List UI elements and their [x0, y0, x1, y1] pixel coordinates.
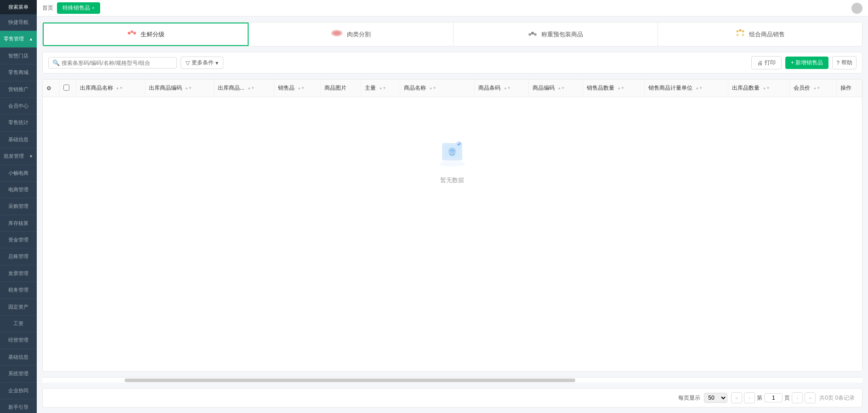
col-checkbox[interactable] [59, 80, 76, 97]
fresh-grade-icon [127, 28, 137, 40]
sidebar-item-inventory[interactable]: 库存核算 [0, 215, 37, 232]
cat-tab-meat-cut[interactable]: 肉类分割 [249, 23, 453, 46]
sidebar-item-marketing[interactable]: 营销推广 [0, 81, 37, 98]
help-icon: ? [836, 60, 840, 66]
help-button[interactable]: ? 帮助 [832, 56, 857, 69]
svg-point-15 [439, 161, 465, 166]
table-header-row: ⚙ 出库商品名称 ▲▼ 出库商品编码 ▲▼ [43, 80, 862, 97]
col-settings[interactable]: ⚙ [43, 80, 59, 97]
col-member-price[interactable]: 会员价 ▲▼ [790, 80, 836, 97]
cat-tab-weigh-pack[interactable]: 称重预包装商品 [454, 23, 658, 46]
filter-button[interactable]: ▽ 更多条件 ▾ [181, 57, 223, 69]
category-tabs: 生鲜分级 肉类分割 [42, 22, 862, 46]
sidebar-item-member[interactable]: 会员中心 [0, 98, 37, 115]
search-box[interactable]: 🔍 [48, 57, 177, 69]
horizontal-scrollbar[interactable] [42, 377, 862, 383]
col-out-product-name[interactable]: 出库商品名称 ▲▼ [76, 80, 145, 97]
sort-icon: ▲▼ [813, 86, 820, 90]
combo-icon [735, 28, 745, 40]
col-sale-qty[interactable]: 销售品数量 ▲▼ [583, 80, 644, 97]
sidebar-item-tax[interactable]: 税务管理 [0, 282, 37, 298]
pagination: 每页显示 50 10 20 100 « ‹ 第 页 › » 共0页 0条记录 [42, 388, 862, 407]
sidebar-item-finance[interactable]: 资金管理 [0, 232, 37, 248]
print-icon: 🖨 [757, 60, 763, 66]
sidebar-item-batch-mgmt[interactable]: 批发管理 ▼ [0, 148, 37, 165]
svg-point-1 [130, 30, 133, 33]
search-icon: 🔍 [52, 59, 60, 66]
sidebar-item-ops-mgmt[interactable]: 经营管理 [0, 332, 37, 349]
col-product-image[interactable]: 商品图片 [321, 80, 361, 97]
col-sale-product[interactable]: 销售品 ▲▼ [274, 80, 320, 97]
sort-icon: ▲▼ [247, 86, 255, 90]
home-breadcrumb[interactable]: 首页 [42, 4, 53, 12]
sidebar-logo[interactable]: 搜索菜单 [0, 0, 37, 14]
svg-point-0 [128, 32, 130, 34]
sidebar-item-sys-mgmt[interactable]: 系统管理 [0, 366, 37, 382]
sidebar-item-fixed-assets[interactable]: 固定资产 [0, 299, 37, 315]
per-page-select[interactable]: 50 10 20 100 [704, 393, 727, 403]
svg-point-10 [736, 30, 738, 33]
sort-icon: ▲▼ [504, 86, 511, 90]
svg-point-12 [742, 30, 744, 33]
prev-page-button[interactable]: ‹ [744, 392, 755, 403]
sidebar-item-wages[interactable]: 工资 [0, 315, 37, 332]
pagination-nav: « ‹ 第 页 › » [731, 392, 816, 403]
svg-point-4 [333, 31, 340, 35]
add-button[interactable]: + 新增销售品 [785, 57, 828, 69]
sidebar-item-quick-nav[interactable]: 快捷导航 [0, 14, 37, 31]
col-out-product-x[interactable]: 出库商品... ▲▼ [214, 80, 274, 97]
toolbar: 🔍 ▽ 更多条件 ▾ 🖨 打印 + 新增销售品 ? 帮助 [42, 52, 862, 74]
total-text: 共0页 0条记录 [819, 394, 855, 402]
col-barcode[interactable]: 商品条码 ▲▼ [475, 80, 529, 97]
cat-tab-fresh-grade-label: 生鲜分级 [141, 30, 165, 39]
sidebar-item-basic-info2[interactable]: 基础信息 [0, 349, 37, 366]
page-input[interactable] [764, 393, 783, 402]
col-ops: 操作 [836, 80, 862, 97]
cat-tab-meat-cut-label: 肉类分割 [347, 30, 371, 39]
sidebar-item-enterprise[interactable]: 企业协同 [0, 383, 37, 399]
sidebar-item-retail-mall[interactable]: 零售商城 [0, 64, 37, 81]
cat-tab-combo[interactable]: 组合商品销售 [658, 23, 862, 46]
col-product-code[interactable]: 商品编码 ▲▼ [529, 80, 583, 97]
next-page-button[interactable]: › [792, 392, 803, 403]
sidebar-item-new-guide[interactable]: 新手引导 [0, 399, 37, 413]
empty-text: 暂无数据 [440, 176, 464, 184]
svg-point-2 [133, 32, 136, 34]
sort-icon: ▲▼ [429, 86, 437, 90]
sidebar-item-purchase[interactable]: 采购管理 [0, 198, 37, 215]
sidebar-item-mini-ecom[interactable]: 小畅电商 [0, 165, 37, 182]
search-input[interactable] [62, 60, 172, 66]
scroll-thumb[interactable] [125, 379, 576, 382]
special-sales-tab[interactable]: 特殊销售品 × [57, 2, 100, 14]
sidebar-item-ecom-mgmt[interactable]: 电商管理 [0, 182, 37, 198]
print-button[interactable]: 🖨 打印 [751, 56, 782, 69]
meat-cut-icon [330, 28, 343, 40]
page-content: 生鲜分级 肉类分割 [37, 17, 868, 413]
cat-tab-fresh-grade[interactable]: 生鲜分级 [43, 23, 249, 46]
col-sale-unit[interactable]: 销售商品计量单位 ▲▼ [644, 80, 728, 97]
select-all-checkbox[interactable] [63, 85, 69, 91]
sidebar-item-basic-info[interactable]: 基础信息 [0, 132, 37, 148]
sidebar-item-retail-stats[interactable]: 零售统计 [0, 115, 37, 131]
sort-icon: ▲▼ [617, 86, 624, 90]
col-main-qty[interactable]: 主量 ▲▼ [361, 80, 400, 97]
toolbar-right: 🖨 打印 + 新增销售品 ? 帮助 [751, 56, 857, 69]
cat-tab-combo-label: 组合商品销售 [749, 30, 785, 39]
first-page-button[interactable]: « [731, 392, 742, 403]
col-out-qty[interactable]: 出库品数量 ▲▼ [728, 80, 790, 97]
sidebar-item-general-ledger[interactable]: 总账管理 [0, 248, 37, 265]
col-out-product-code[interactable]: 出库商品编码 ▲▼ [145, 80, 214, 97]
tab-close-icon[interactable]: × [92, 6, 95, 11]
sidebar-item-invoice[interactable]: 发票管理 [0, 265, 37, 282]
main-content: 首页 特殊销售品 × 生鲜分级 [37, 0, 868, 413]
topbar-right [851, 3, 862, 14]
sort-icon: ▲▼ [185, 86, 192, 90]
last-page-button[interactable]: » [805, 392, 816, 403]
sidebar-item-retail-mgmt[interactable]: 零售管理 ▲ [0, 31, 37, 47]
svg-point-14 [742, 34, 744, 36]
page-suffix: 页 [784, 394, 790, 402]
col-product-name[interactable]: 商品名称 ▲▼ [400, 80, 475, 97]
empty-state-row: 暂无数据 [43, 97, 862, 222]
sidebar-item-smart-store[interactable]: 智慧门店 [0, 48, 37, 64]
user-avatar[interactable] [851, 3, 862, 14]
